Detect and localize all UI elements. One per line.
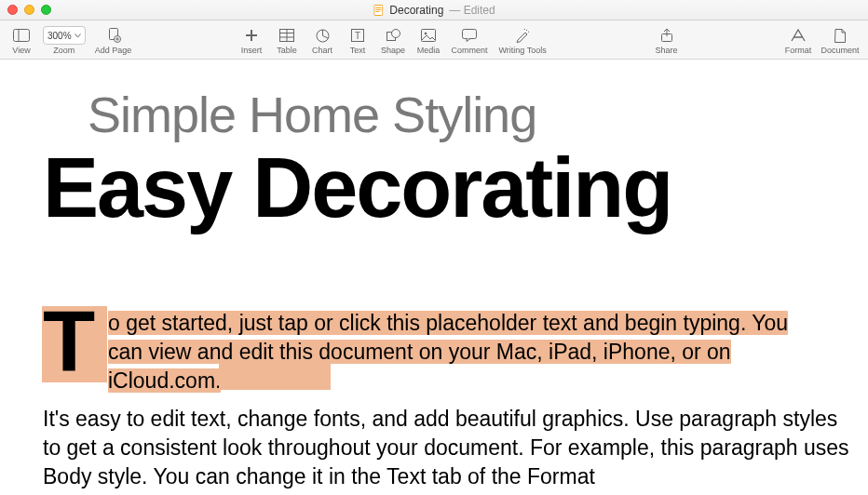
view-button[interactable]: View <box>6 24 37 55</box>
add-page-icon <box>106 26 121 45</box>
document-panel-icon <box>834 26 846 45</box>
svg-rect-3 <box>375 11 379 12</box>
document-canvas[interactable]: Simple Home Styling Easy Decorating T o … <box>0 60 868 495</box>
document-button[interactable]: Document <box>818 24 862 55</box>
shape-icon <box>387 26 400 45</box>
svg-point-22 <box>425 33 427 35</box>
svg-rect-2 <box>375 9 381 10</box>
zoom-value: 300% <box>47 31 72 41</box>
svg-rect-4 <box>14 30 30 42</box>
drop-cap[interactable]: T <box>43 305 95 378</box>
maximize-button[interactable] <box>41 5 51 15</box>
comment-icon <box>462 26 477 45</box>
selection-tail <box>219 364 331 390</box>
chart-button[interactable]: Chart <box>306 24 338 55</box>
chart-icon <box>316 26 330 45</box>
insert-button[interactable]: Insert <box>236 24 267 55</box>
selected-text-line3[interactable]: iCloud.com. <box>108 368 221 393</box>
writing-tools-icon <box>515 26 530 45</box>
insert-icon <box>245 26 258 45</box>
paragraph-body[interactable]: It's easy to edit text, change fonts, an… <box>43 405 859 491</box>
media-button[interactable]: Media <box>413 24 444 55</box>
body-text[interactable]: T o get started, just tap or click this … <box>43 309 859 491</box>
svg-text:T: T <box>355 31 360 41</box>
toolbar: View 300% Zoom Add Page Insert <box>0 20 868 60</box>
edited-indicator: — Edited <box>449 4 495 17</box>
selected-text-line1[interactable]: o get started, just tap or click this pl… <box>108 311 788 335</box>
shape-button[interactable]: Shape <box>377 24 409 55</box>
comment-button[interactable]: Comment <box>448 24 491 55</box>
svg-rect-21 <box>422 30 436 42</box>
format-icon <box>790 26 807 45</box>
svg-rect-11 <box>251 30 252 41</box>
format-button[interactable]: Format <box>782 24 814 55</box>
window-titlebar: Decorating — Edited <box>0 0 868 20</box>
share-button[interactable]: Share <box>651 24 683 55</box>
svg-point-20 <box>391 30 400 38</box>
text-button[interactable]: T Text <box>342 24 373 55</box>
subheading[interactable]: Simple Home Styling <box>88 86 859 143</box>
traffic-lights <box>7 5 51 15</box>
text-icon: T <box>351 26 364 45</box>
table-button[interactable]: Table <box>271 24 303 55</box>
svg-rect-23 <box>463 30 477 39</box>
media-icon <box>421 26 436 45</box>
document-icon <box>373 5 384 16</box>
heading[interactable]: Easy Decorating <box>43 149 859 229</box>
writing-tools-button[interactable]: Writing Tools <box>495 24 550 55</box>
document-title: Decorating <box>389 4 443 17</box>
share-icon <box>660 26 673 45</box>
selected-text-line2[interactable]: can view and edit this document on your … <box>108 340 731 364</box>
zoom-dropdown[interactable]: 300% Zoom <box>41 24 88 55</box>
svg-rect-1 <box>375 7 381 8</box>
minimize-button[interactable] <box>24 5 34 15</box>
window-title: Decorating — Edited <box>373 4 495 17</box>
add-page-button[interactable]: Add Page <box>91 24 136 55</box>
close-button[interactable] <box>7 5 18 15</box>
sidebar-icon <box>13 26 30 45</box>
chevron-down-icon <box>75 33 81 38</box>
table-icon <box>279 26 294 45</box>
